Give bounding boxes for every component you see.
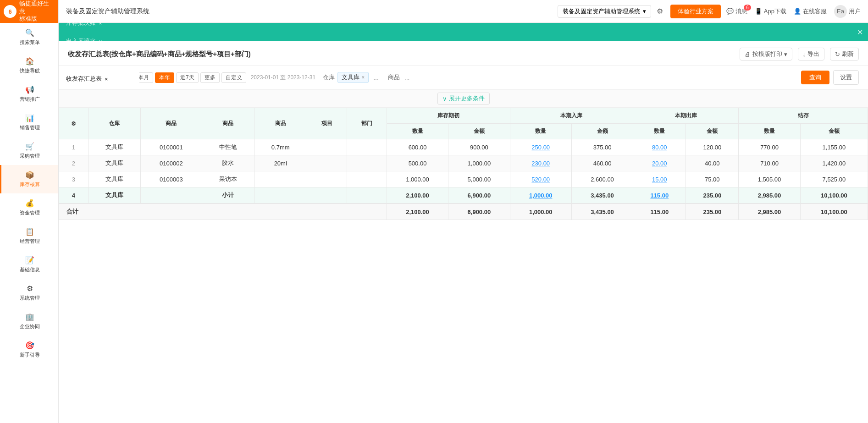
system-selector[interactable]: 装备及固定资产辅助管理系统 ▾ — [558, 5, 651, 18]
sidebar-item-marketing[interactable]: 📢营销推广 — [0, 80, 58, 108]
row-open-qty: 600.00 — [387, 139, 448, 155]
experience-btn[interactable]: 体验行业方案 — [670, 5, 721, 18]
refresh-btn[interactable]: ↻ 刷新 — [830, 48, 859, 60]
row-out-qty[interactable]: 15.00 — [633, 171, 686, 187]
tab-close-btn[interactable]: × — [105, 76, 108, 82]
row-project — [307, 171, 347, 187]
sidebar: 6 畅捷通好生意 标准版 🔍搜索菜单🏠快捷导航📢营销推广📊销售管理🛒采购管理📦库… — [0, 0, 59, 423]
tab-stock-summary[interactable]: 收发存汇总表× — [59, 71, 139, 87]
app-download-btn[interactable]: 📱 App下载 — [755, 7, 786, 16]
warehouse-more-dots[interactable]: ... — [371, 74, 381, 81]
col-group-out: 本期出库 — [633, 108, 739, 124]
row-bal-amt: 1,155.00 — [800, 139, 868, 155]
sidebar-item-inventory[interactable]: 📦库存核算 — [0, 165, 58, 193]
setup-btn[interactable]: 设置 — [833, 70, 859, 85]
col-spec: 商品 — [254, 108, 307, 139]
row-in-qty[interactable]: 230.00 — [510, 155, 571, 171]
tab-close-btn[interactable]: × — [99, 20, 102, 26]
tab-close-btn[interactable]: × — [128, 2, 132, 8]
row-open-amt: 5,000.00 — [448, 171, 510, 187]
online-service-btn[interactable]: 👤 在线客服 — [794, 7, 827, 16]
row-bal-amt: 1,420.00 — [800, 155, 868, 171]
row-spec: 20ml — [254, 155, 307, 171]
row-spec — [254, 171, 307, 187]
page-header-actions: 🖨 按模版打印 ▾ ↓ 导出 ↻ 刷新 — [740, 48, 859, 60]
goods-more-dots[interactable]: ... — [403, 74, 412, 81]
row-warehouse: 文具库 — [88, 139, 140, 155]
expand-more-btn[interactable]: ∨ 展开更多条件 — [437, 93, 490, 104]
col-out-qty: 数量 — [633, 124, 686, 139]
date-btn-自定义[interactable]: 自定义 — [221, 72, 246, 83]
row-warehouse: 文具库 — [88, 171, 140, 187]
data-table-container: ⚙ 仓库 商品 商品 商品 项目 部门 库存期初 本期入库 本期出库 结存 — [59, 108, 868, 423]
col-code: 商品 — [140, 108, 202, 139]
tab-bar: 首页现存量（库存分布表）×库存批次账×出入库流水×出入库汇总×收发存汇总表× ✕ — [59, 23, 868, 41]
row-out-qty[interactable]: 20.00 — [633, 155, 686, 171]
sidebar-item-purchase[interactable]: 🛒采购管理 — [0, 137, 58, 165]
row-out-qty[interactable]: 115.00 — [633, 187, 686, 204]
print-btn[interactable]: 🖨 按模版打印 ▾ — [740, 48, 792, 60]
quick-nav-icon: 🏠 — [25, 57, 34, 66]
tab-inout-flow[interactable]: 出入库流水× — [59, 32, 139, 50]
row-bal-qty: 710.00 — [739, 155, 800, 171]
row-in-qty[interactable]: 250.00 — [510, 139, 571, 155]
expand-more-row: ∨ 展开更多条件 — [59, 90, 868, 108]
row-num: 1 — [59, 139, 88, 155]
filter-bar: ▶ 记账日期 上月本月本年近7天更多自定义 2023-01-01 至 2023-… — [59, 66, 868, 90]
row-bal-qty: 770.00 — [739, 139, 800, 155]
row-bal-qty: 2,985.00 — [739, 187, 800, 204]
date-btn-本年[interactable]: 本年 — [155, 72, 174, 83]
col-open-qty: 数量 — [387, 124, 448, 139]
col-bal-amt: 金额 — [800, 124, 868, 139]
settings-icon[interactable]: ⚙ — [657, 7, 663, 16]
logo-icon: 6 — [4, 5, 17, 18]
table-row: 4文具库小计2,100.006,900.001,000.003,435.0011… — [59, 187, 868, 204]
tab-batch-ledger[interactable]: 库存批次账× — [59, 14, 139, 32]
topbar-actions: 💬 消息 6 📱 App下载 👤 在线客服 Ea 用户 — [726, 5, 861, 18]
col-bal-qty: 数量 — [739, 124, 800, 139]
sidebar-item-base-info[interactable]: 📝基础信息 — [0, 250, 58, 279]
export-btn[interactable]: ↓ 导出 — [798, 48, 825, 60]
row-bal-qty: 1,505.00 — [739, 171, 800, 187]
chevron-down-icon: ∨ — [442, 95, 447, 102]
row-project — [307, 139, 347, 155]
sidebar-item-operations[interactable]: 📋经营管理 — [0, 222, 58, 250]
sidebar-item-finance[interactable]: 💰资金管理 — [0, 193, 58, 222]
sidebar-item-search[interactable]: 🔍搜索菜单 — [0, 23, 58, 51]
row-in-amt: 3,435.00 — [571, 187, 633, 204]
col-group-open: 库存期初 — [387, 108, 510, 124]
row-code: 0100001 — [140, 139, 202, 155]
row-name: 胶水 — [202, 155, 254, 171]
sidebar-item-quick-nav[interactable]: 🏠快捷导航 — [0, 51, 58, 80]
sales-icon: 📊 — [25, 114, 34, 122]
warehouse-filter-group: 仓库 文具库 × ... — [323, 72, 381, 83]
sidebar-item-sales[interactable]: 📊销售管理 — [0, 108, 58, 137]
table-row: 3文具库0100003采访本1,000.005,000.00520.002,60… — [59, 171, 868, 187]
app-name: 畅捷通好生意 标准版 — [19, 0, 55, 23]
col-settings[interactable]: ⚙ — [59, 108, 88, 139]
row-in-qty[interactable]: 520.00 — [510, 171, 571, 187]
date-btn-近7天[interactable]: 近7天 — [176, 72, 199, 83]
row-in-qty[interactable]: 1,000.00 — [510, 187, 571, 204]
row-out-qty[interactable]: 80.00 — [633, 139, 686, 155]
row-open-amt: 1,000.00 — [448, 155, 510, 171]
inventory-icon: 📦 — [25, 170, 34, 179]
date-btn-更多[interactable]: 更多 — [200, 72, 220, 83]
close-tab-area[interactable]: ✕ — [851, 23, 868, 41]
tab-close-btn[interactable]: × — [99, 57, 102, 63]
message-btn[interactable]: 💬 消息 6 — [726, 7, 747, 16]
tab-inventory-dist[interactable]: 现存量（库存分布表）× — [59, 0, 139, 14]
sidebar-item-enterprise[interactable]: 🏢企业协同 — [0, 307, 58, 335]
query-btn[interactable]: 查询 — [801, 71, 829, 84]
warehouse-tag-close[interactable]: × — [361, 74, 365, 81]
tab-close-btn[interactable]: × — [99, 38, 102, 44]
table-row: 1文具库0100001中性笔0.7mm600.00900.00250.00375… — [59, 139, 868, 155]
system-icon: ⚙ — [27, 284, 33, 293]
sidebar-item-newbie[interactable]: 🎯新手引导 — [0, 335, 58, 364]
user-btn[interactable]: Ea 用户 — [834, 5, 861, 18]
warehouse-tag[interactable]: 文具库 × — [337, 72, 369, 83]
chevron-down-icon: ▾ — [643, 8, 646, 15]
row-spec — [254, 187, 307, 204]
tab-inout-summary[interactable]: 出入库汇总× — [59, 50, 139, 69]
sidebar-item-system[interactable]: ⚙系统管理 — [0, 279, 58, 307]
